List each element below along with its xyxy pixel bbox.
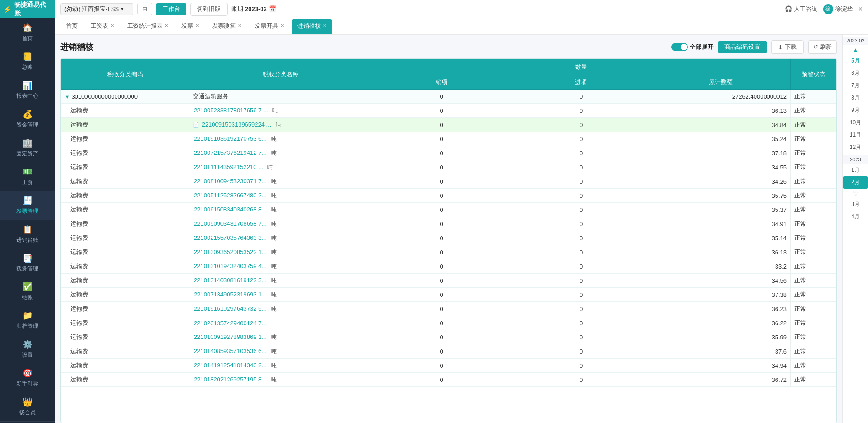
cal-month-4[interactable]: 4月 [843,211,868,223]
cell-invoice: 2210051125282667480 2... 吨 [189,189,372,203]
cal-month-12[interactable]: 12月 [843,141,868,153]
tab-issue-close[interactable]: ✕ [280,23,284,29]
cal-month-10[interactable]: 10月 [843,116,868,129]
sidebar-item-tax[interactable]: 📑 税务管理 [0,249,55,277]
download-button[interactable]: ⬇ 下载 [771,40,804,54]
logo-icon: ⚡ [4,5,11,13]
sidebar-label-ledger: 总账 [22,63,33,71]
table-row: 运输费 2210130936520853522 1... 吨 0 0 36.13… [61,245,836,259]
cal-month-8[interactable]: 8月 [843,92,868,104]
content-area: 进销稽核 全部展开 商品编码设置 ⬇ 下载 ↺ 刷新 [55,35,868,423]
cal-month-5[interactable]: 5月 [843,55,868,67]
cell-name: 交通运输服务 [189,90,372,104]
sidebar-item-guide[interactable]: 🎯 新手引导 [0,364,55,392]
support-button[interactable]: 🎧 人工咨询 [785,5,818,13]
cell-purchase: 0 [511,302,651,316]
calendar-icon[interactable]: 📅 [269,5,276,12]
tab-calc[interactable]: 发票测算 ✕ [207,19,247,34]
tab-home[interactable]: 首页 [60,19,83,34]
cal-month-9[interactable]: 9月 [843,104,868,116]
switch-version-button[interactable]: 切到旧版 [190,3,228,16]
col-header-code: 税收分类编码 [61,59,189,90]
cell-invoice: 2210021557035764363 3... 吨 [189,231,372,245]
tab-reconcile-close[interactable]: ✕ [323,23,327,29]
cell-purchase: 0 [511,217,651,231]
cell-name-child: 运输费 [61,231,189,245]
sidebar-item-home[interactable]: 🏠 首页 [0,18,55,47]
page-area: 进销稽核 全部展开 商品编码设置 ⬇ 下载 ↺ 刷新 [55,35,842,423]
cell-code: ▼30100000000000000000 [61,90,189,104]
copy-button[interactable]: ⊟ [137,3,152,15]
cell-sale: 0 [372,274,511,288]
cal-month-2[interactable]: 2月 [843,176,868,189]
cal-month-11[interactable]: 11月 [843,129,868,141]
cell-sale: 0 [372,316,511,330]
table-row: 运输费 2210021557035764363 3... 吨 0 0 35.14… [61,231,836,245]
main-area: (勿动) 江西报宝-LSS ▾ ⊟ 工作台 切到旧版 账期 2023-02 📅 … [55,0,868,423]
sidebar-item-ledger[interactable]: 📒 总账 [0,47,55,76]
cell-cumulative: 35.24 [651,132,790,146]
sidebar-item-archive[interactable]: 📁 归档管理 [0,306,55,335]
sidebar-label-member: 畅会员 [19,409,36,417]
sidebar-item-assets[interactable]: 🏢 固定资产 [0,133,55,162]
tab-issue[interactable]: 发票开具 ✕ [249,19,290,34]
cell-cumulative: 34.94 [651,359,790,373]
cell-cumulative: 36.23 [651,302,790,316]
sidebar-item-sales[interactable]: 📋 进销台账 [0,220,55,249]
tab-salary-close[interactable]: ✕ [110,23,114,29]
cal-month-3[interactable]: 3月 [843,198,868,211]
cell-name-child: 运输费 [61,217,189,231]
cal-month-7[interactable]: 7月 [843,79,868,92]
tab-salary-report-close[interactable]: ✕ [165,23,169,29]
table-row: 运输费 2210071349052319693 1... 吨 0 0 37.38… [61,288,836,302]
user-menu[interactable]: 徐 徐淀华 [823,4,853,14]
sidebar-item-funds[interactable]: 💰 资金管理 [0,105,55,133]
cell-status: 正常 [791,359,836,373]
cell-status: 正常 [791,217,836,231]
tab-calc-close[interactable]: ✕ [238,23,242,29]
data-table: 税收分类编码 税收分类名称 数量 预警状态 销项 进项 累计数额 [60,58,837,423]
cell-purchase: 0 [511,132,651,146]
close-button[interactable]: × [858,5,863,13]
guide-icon: 🎯 [22,368,32,378]
settings-button[interactable]: 商品编码设置 [718,41,767,53]
sidebar-label-archive: 归档管理 [16,323,38,330]
tab-invoice-close[interactable]: ✕ [195,23,199,29]
tab-salary[interactable]: 工资表 ✕ [85,19,120,34]
sidebar-item-member[interactable]: 👑 畅会员 [0,392,55,421]
calendar-panel: 2023.02 ▲ 5月 6月 7月 8月 9月 10月 11月 12月 202… [842,35,868,423]
cell-name-child: 运输费 [61,189,189,203]
cell-sale: 0 [372,288,511,302]
sidebar-item-invoice[interactable]: 🧾 发票管理 [0,191,55,220]
close-icon: ✅ [22,282,32,292]
expand-toggle[interactable] [671,43,688,51]
member-icon: 👑 [22,397,32,407]
tab-salary-report[interactable]: 工资统计报表 ✕ [122,19,174,34]
table-row: 运输费 2210131403081619122 3... 吨 0 0 34.56… [61,274,836,288]
cell-status: 正常 [791,189,836,203]
cell-invoice: 2210100919278983869 1... 吨 [189,330,372,344]
company-name: (勿动) 江西报宝-LSS [64,5,119,13]
cell-name-child: 运输费 [61,174,189,189]
cell-sale: 0 [372,104,511,118]
tab-invoice[interactable]: 发票 ✕ [176,19,205,34]
cell-status: 正常 [791,174,836,189]
workbench-button[interactable]: 工作台 [156,3,186,15]
tax-icon: 📑 [22,253,32,263]
cell-cumulative: 36.22 [651,316,790,330]
cell-status: 正常 [791,302,836,316]
sidebar-item-salary[interactable]: 💵 工资 [0,162,55,191]
funds-icon: 💰 [22,109,32,119]
cal-nav-down-heart[interactable]: ♡ [843,189,868,198]
tab-reconcile[interactable]: 进销稽核 ✕ [292,19,332,34]
refresh-button[interactable]: ↺ 刷新 [808,40,837,54]
cal-month-6[interactable]: 6月 [843,67,868,79]
sidebar-item-close[interactable]: ✅ 结账 [0,277,55,306]
sidebar-item-settings[interactable]: ⚙️ 设置 [0,335,55,364]
cal-month-1[interactable]: 1月 [843,164,868,176]
sidebar-item-reports[interactable]: 📊 报表中心 [0,76,55,105]
unpin-button[interactable]: ◀ 取消固定 [0,421,55,423]
company-selector[interactable]: (勿动) 江西报宝-LSS ▾ [60,3,133,15]
cell-purchase: 0 [511,316,651,330]
cal-nav-up[interactable]: ▲ [843,45,868,55]
